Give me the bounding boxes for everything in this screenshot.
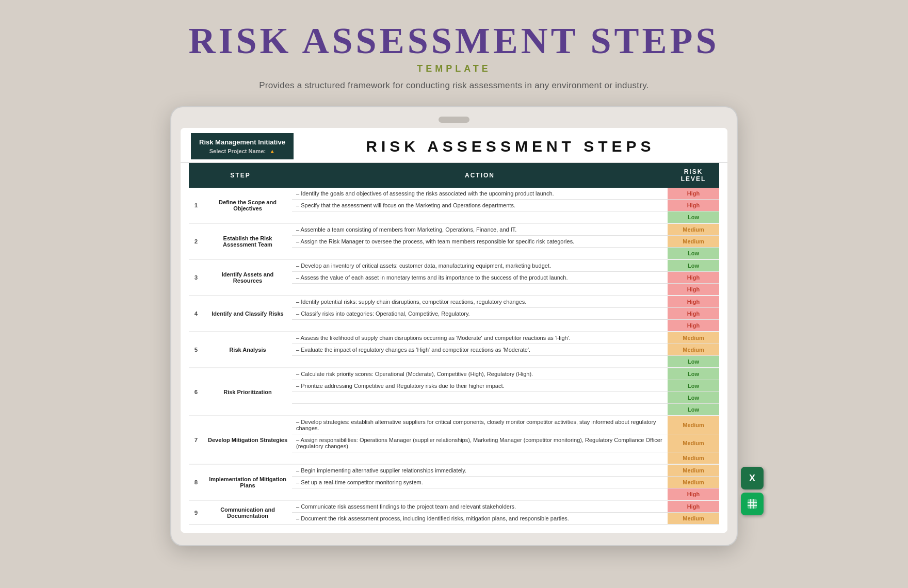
risk-level-badge: Low	[668, 380, 719, 392]
action-text	[292, 248, 668, 260]
risk-level-badge: Medium	[668, 223, 719, 236]
project-label: Select Project Name: ▲	[209, 148, 275, 154]
table-container: STEP ACTION RISK LEVEL 1Define the Scope…	[181, 163, 727, 533]
table-header-row: STEP ACTION RISK LEVEL	[189, 163, 719, 188]
device-frame: Risk Management Initiative Select Projec…	[170, 106, 738, 546]
risk-level-badge: High	[668, 500, 719, 513]
svg-rect-0	[748, 499, 757, 509]
action-text: – Identify potential risks: supply chain…	[292, 296, 668, 308]
action-text: – Classify risks into categories: Operat…	[292, 308, 668, 320]
step-number: 9	[189, 500, 203, 525]
app-icons: X	[741, 467, 764, 515]
risk-level-badge: Low	[668, 392, 719, 404]
table-row: 2Establish the Risk Assessment Team– Ass…	[189, 223, 719, 236]
step-number: 8	[189, 464, 203, 500]
risk-table: STEP ACTION RISK LEVEL 1Define the Scope…	[189, 163, 719, 525]
action-text: – Develop an inventory of critical asset…	[292, 259, 668, 272]
device-camera	[439, 117, 469, 123]
risk-level-badge: Medium	[668, 416, 719, 434]
risk-level-badge: Medium	[668, 452, 719, 465]
risk-level-badge: High	[668, 272, 719, 284]
action-text	[292, 488, 668, 501]
table-row: 7Develop Mitigation Strategies– Develop …	[189, 416, 719, 434]
step-number: 7	[189, 416, 203, 464]
page-header: RISK ASSESSMENT STEPS TEMPLATE Provides …	[188, 21, 719, 91]
col-header-risk: RISK LEVEL	[668, 163, 719, 188]
table-row: 1Define the Scope and Objectives– Identi…	[189, 188, 719, 200]
table-row: 3Identify Assets and Resources– Develop …	[189, 259, 719, 272]
table-row: 9Communication and Documentation– Commun…	[189, 500, 719, 513]
main-title: RISK ASSESSMENT STEPS	[188, 21, 719, 61]
action-text: – Prioritize addressing Competitive and …	[292, 380, 668, 392]
step-name: Risk Prioritization	[203, 368, 292, 416]
action-text: – Assemble a team consisting of members …	[292, 223, 668, 236]
action-text	[292, 284, 668, 296]
step-number: 4	[189, 296, 203, 332]
step-name: Implementation of Mitigation Plans	[203, 464, 292, 500]
action-text: – Calculate risk priority scores: Operat…	[292, 368, 668, 380]
excel-icon[interactable]: X	[741, 467, 764, 489]
sub-title: TEMPLATE	[188, 63, 719, 74]
sheet-title-area: RISK ASSESSMENT STEPS	[294, 133, 727, 159]
action-text: – Document the risk assessment process, …	[292, 513, 668, 525]
step-name: Define the Scope and Objectives	[203, 188, 292, 223]
device-top-bar	[181, 117, 727, 123]
risk-level-badge: High	[668, 488, 719, 501]
step-number: 6	[189, 368, 203, 416]
project-name: Risk Management Initiative	[199, 138, 285, 146]
project-box: Risk Management Initiative Select Projec…	[191, 133, 294, 159]
col-header-action: ACTION	[292, 163, 668, 188]
step-number: 3	[189, 259, 203, 296]
action-text: – Identify the goals and objectives of a…	[292, 188, 668, 200]
step-name: Communication and Documentation	[203, 500, 292, 525]
risk-level-badge: Medium	[668, 344, 719, 356]
action-text	[292, 211, 668, 224]
table-row: 5Risk Analysis– Assess the likelihood of…	[189, 332, 719, 344]
sheets-svg	[746, 498, 758, 510]
table-row: 6Risk Prioritization– Calculate risk pri…	[189, 368, 719, 380]
sheets-icon[interactable]	[741, 493, 764, 515]
action-text	[292, 320, 668, 332]
action-text	[292, 452, 668, 465]
action-text: – Communicate risk assessment findings t…	[292, 500, 668, 513]
arrow-icon[interactable]: ▲	[269, 148, 275, 154]
action-text	[292, 404, 668, 416]
action-text: – Assign the Risk Manager to oversee the…	[292, 236, 668, 248]
table-row: 8Implementation of Mitigation Plans– Beg…	[189, 464, 719, 477]
step-name: Identify Assets and Resources	[203, 259, 292, 296]
risk-level-badge: Low	[668, 404, 719, 416]
col-header-step: STEP	[189, 163, 292, 188]
risk-level-badge: High	[668, 188, 719, 200]
risk-level-badge: Medium	[668, 236, 719, 248]
risk-level-badge: Medium	[668, 513, 719, 525]
step-name: Establish the Risk Assessment Team	[203, 223, 292, 259]
risk-level-badge: Low	[668, 259, 719, 272]
action-text	[292, 392, 668, 404]
risk-level-badge: Low	[668, 211, 719, 224]
action-text: – Assess the value of each asset in mone…	[292, 272, 668, 284]
risk-level-badge: Low	[668, 356, 719, 368]
step-name: Risk Analysis	[203, 332, 292, 368]
table-row: 4Identify and Classify Risks– Identify p…	[189, 296, 719, 308]
step-number: 5	[189, 332, 203, 368]
action-text: – Develop strategies: establish alternat…	[292, 416, 668, 434]
description: Provides a structured framework for cond…	[188, 80, 719, 91]
action-text: – Begin implementing alternative supplie…	[292, 464, 668, 477]
step-name: Identify and Classify Risks	[203, 296, 292, 332]
action-text: – Assign responsibilities: Operations Ma…	[292, 434, 668, 452]
risk-level-badge: Medium	[668, 332, 719, 344]
risk-level-badge: Medium	[668, 477, 719, 488]
sheet-title: RISK ASSESSMENT STEPS	[366, 138, 655, 155]
step-number: 2	[189, 223, 203, 259]
risk-level-badge: Medium	[668, 464, 719, 477]
action-text: – Set up a real-time competitor monitori…	[292, 477, 668, 488]
action-text: – Assess the likelihood of supply chain …	[292, 332, 668, 344]
risk-level-badge: Low	[668, 368, 719, 380]
device-screen: Risk Management Initiative Select Projec…	[181, 128, 727, 533]
action-text: – Specify that the assessment will focus…	[292, 200, 668, 211]
step-number: 1	[189, 188, 203, 223]
risk-level-badge: High	[668, 308, 719, 320]
risk-level-badge: High	[668, 296, 719, 308]
risk-level-badge: High	[668, 284, 719, 296]
risk-level-badge: Low	[668, 248, 719, 260]
